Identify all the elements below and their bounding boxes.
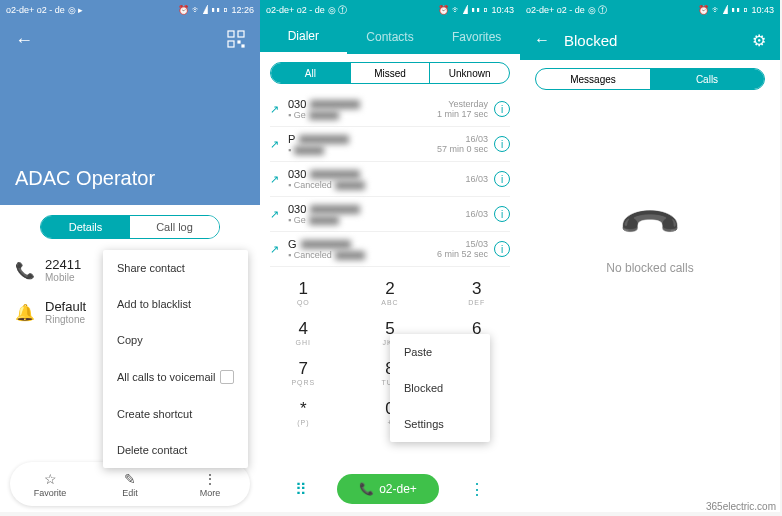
tab-dialer[interactable]: Dialer [260,20,347,54]
filter-unknown[interactable]: Unknown [430,63,509,83]
tab-messages[interactable]: Messages [536,69,650,89]
call-button[interactable]: 📞o2-de+ [337,474,439,504]
call-time: Yesterday1 min 17 sec [437,99,488,119]
menu-blacklist[interactable]: Add to blacklist [103,286,248,322]
call-number: 030 [288,168,465,180]
menu-paste[interactable]: Paste [390,334,490,370]
qr-icon[interactable] [227,30,245,51]
dial-key-1[interactable]: 1QO [260,272,347,312]
call-time: 15/036 min 52 sec [437,239,488,259]
star-icon: ☆ [44,471,57,487]
contact-name: ADAC Operator [15,167,155,190]
menu-copy[interactable]: Copy [103,322,248,358]
call-time: 16/03 [465,174,488,184]
call-sub: ▪ [288,145,437,155]
call-list: ↗030 ▪ Ge Yesterday1 min 17 seci↗P ▪ 16/… [260,92,520,267]
filter-all[interactable]: All [271,63,351,83]
outgoing-icon: ↗ [270,208,288,221]
call-sub: ▪ Ge [288,110,437,120]
back-icon[interactable]: ← [534,31,550,49]
status-bar: o2-de+ o2 - de ◎ ⓕ ⏰ ᯤ ◢ ▮▮ ▯10:43 [520,0,780,20]
clock: 12:26 [231,5,254,15]
info-icon[interactable]: i [494,101,510,117]
dial-key-4[interactable]: 4GHI [260,312,347,352]
watermark: 365electric.com [706,501,776,512]
phone-icon: 📞 [359,482,374,496]
edit-button[interactable]: ✎Edit [90,462,170,506]
dial-key-2[interactable]: 2ABC [347,272,434,312]
info-icon[interactable]: i [494,136,510,152]
dialer-screen: o2-de+ o2 - de ◎ ⓕ ⏰ ᯤ ◢ ▮▮ ▯10:43 Diale… [260,0,520,512]
voicemail-checkbox[interactable] [220,370,234,384]
svg-rect-1 [238,31,244,37]
call-number: 030 [288,98,437,110]
more-icon[interactable]: ⋮ [469,480,485,499]
empty-state: 📞 No blocked calls [520,98,780,378]
dial-key-7[interactable]: 7PQRS [260,352,347,392]
back-icon[interactable]: ← [15,30,33,50]
outgoing-icon: ↗ [270,138,288,151]
info-icon[interactable]: i [494,171,510,187]
gear-icon[interactable]: ⚙ [752,31,766,50]
call-row[interactable]: ↗P ▪ 16/0357 min 0 seci [270,127,510,162]
menu-shortcut[interactable]: Create shortcut [103,396,248,432]
tab-details[interactable]: Details [41,216,130,238]
more-button[interactable]: ⋮More [170,462,250,506]
call-row[interactable]: ↗030 ▪ Ge Yesterday1 min 17 seci [270,92,510,127]
main-tabs: Dialer Contacts Favorites [260,20,520,54]
contact-header: ← ADAC Operator [0,20,260,205]
detail-tabs: Details Call log [40,215,220,239]
svg-rect-3 [238,41,240,43]
call-time: 16/03 [465,209,488,219]
menu-settings[interactable]: Settings [390,406,490,442]
svg-rect-4 [242,45,244,47]
outgoing-icon: ↗ [270,243,288,256]
phone-icon: 📞 [15,261,33,280]
tab-favorites[interactable]: Favorites [433,20,520,54]
outgoing-icon: ↗ [270,103,288,116]
svg-rect-2 [228,41,234,47]
phone-icon: 📞 [616,191,685,260]
menu-voicemail[interactable]: All calls to voicemail [103,358,248,396]
call-filter: All Missed Unknown [270,62,510,84]
call-number: 030 [288,203,465,215]
contact-detail-screen: o2-de+ o2 - de ◎ ▸ ⏰ ᯤ ◢ ▮▮ ▯12:26 ← ADA… [0,0,260,512]
tab-contacts[interactable]: Contacts [347,20,434,54]
empty-label: No blocked calls [606,261,693,275]
call-sub: ▪ Ge [288,215,465,225]
menu-delete[interactable]: Delete contact [103,432,248,468]
call-row[interactable]: ↗G ▪ Canceled 15/036 min 52 seci [270,232,510,267]
pencil-icon: ✎ [124,471,136,487]
carrier-label: o2-de+ o2 - de [6,5,65,15]
blocked-tabs: Messages Calls [535,68,765,90]
keypad-icon[interactable]: ⠿ [295,480,307,499]
bottom-bar: ☆Favorite ✎Edit ⋮More [10,462,250,506]
tab-calls[interactable]: Calls [650,69,764,89]
favorite-button[interactable]: ☆Favorite [10,462,90,506]
outgoing-icon: ↗ [270,173,288,186]
call-row[interactable]: ↗030 ▪ Canceled 16/03i [270,162,510,197]
page-title: Blocked [564,32,617,49]
dialer-bottom-bar: ⠿ 📞o2-de+ ⋮ [260,474,520,504]
menu-share[interactable]: Share contact [103,250,248,286]
carrier-label: o2-de+ o2 - de [266,5,325,15]
dial-key-3[interactable]: 3DEF [433,272,520,312]
bell-icon: 🔔 [15,303,33,322]
info-icon[interactable]: i [494,241,510,257]
filter-missed[interactable]: Missed [351,63,431,83]
call-sub: ▪ Canceled [288,250,437,260]
call-time: 16/0357 min 0 sec [437,134,488,154]
svg-rect-0 [228,31,234,37]
menu-blocked[interactable]: Blocked [390,370,490,406]
call-sub: ▪ Canceled [288,180,465,190]
tab-calllog[interactable]: Call log [130,216,219,238]
status-bar: o2-de+ o2 - de ◎ ⓕ ⏰ ᯤ ◢ ▮▮ ▯10:43 [260,0,520,20]
call-number: G [288,238,437,250]
info-icon[interactable]: i [494,206,510,222]
clock: 10:43 [751,5,774,15]
blocked-screen: o2-de+ o2 - de ◎ ⓕ ⏰ ᯤ ◢ ▮▮ ▯10:43 ← Blo… [520,0,780,512]
call-row[interactable]: ↗030 ▪ Ge 16/03i [270,197,510,232]
dialer-menu: Paste Blocked Settings [390,334,490,442]
call-number: P [288,133,437,145]
dial-key-*[interactable]: *(P) [260,392,347,432]
